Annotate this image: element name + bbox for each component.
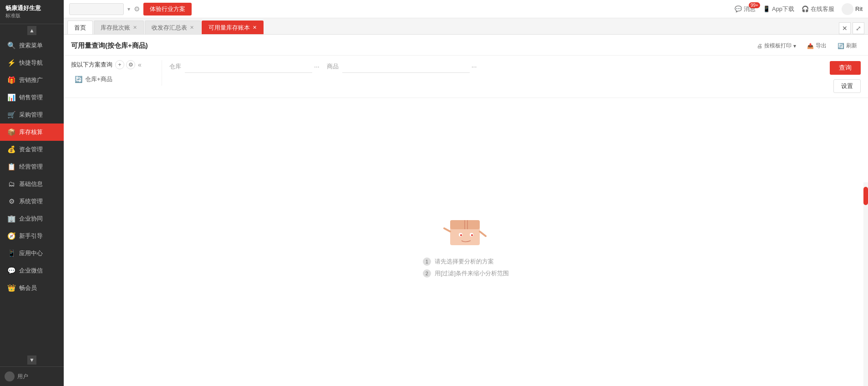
mobile-download-icon: 📱 [763, 5, 770, 12]
topbar: ▾ ⚙ 体验行业方案 💬 消息 99+ 📱 App下载 🎧 在线客服 Rit [64, 0, 868, 18]
sidebar-menu: 🔍 搜索菜单 ⚡ 快捷导航 🎁 营销推广 📊 销售管理 🛒 采购管理 📦 库存核… [0, 37, 64, 354]
scheme-gear-btn[interactable]: ⚙ [126, 60, 135, 69]
settings-icon: ⚙ [7, 197, 15, 206]
user-area[interactable]: Rit [842, 3, 863, 15]
empty-hint-2: 2 用[过滤]条件来缩小分析范围 [423, 269, 509, 278]
tab-available-ledger[interactable]: 可用量库存账本 ✕ [202, 21, 264, 34]
filter-field-goods: 商品 ··· [327, 60, 477, 73]
sidebar-label-sales: 销售管理 [19, 93, 43, 102]
topbar-gear-icon[interactable]: ⚙ [134, 5, 140, 13]
user-name: 用户 [17, 373, 28, 381]
scheme-item-warehouse-goods[interactable]: 🔄 仓库+商品 [71, 73, 156, 86]
set-btn[interactable]: 设置 [833, 79, 861, 93]
tab-home-label: 首页 [74, 24, 86, 32]
avatar [842, 3, 853, 15]
export-icon: 📤 [807, 43, 814, 49]
sidebar-item-purchase[interactable]: 🛒 采购管理 [0, 106, 64, 124]
right-scrollbar[interactable] [863, 182, 868, 386]
tabs-right-actions: ✕ ⤢ [839, 22, 868, 34]
empty-illustration [443, 206, 489, 252]
page-header: 可用量查询(按仓库+商品) 🖨 按模板打印 ▾ 📤 导出 🔄 刷新 [64, 35, 868, 56]
compass-icon: 🧭 [7, 232, 15, 240]
sidebar-scroll-up[interactable]: ▲ [27, 26, 36, 35]
warehouse-input-row: 仓库 ··· [169, 60, 320, 73]
filter-fields: 仓库 ··· 商品 ··· [162, 60, 830, 73]
empty-hints: 1 请先选择要分析的方案 2 用[过滤]条件来缩小分析范围 [423, 257, 509, 278]
filter-area: 按以下方案查询 + ⚙ « 🔄 仓库+商品 仓库 [64, 56, 868, 98]
online-service-btn[interactable]: 🎧 在线客服 [802, 5, 834, 13]
refresh-label: 刷新 [846, 42, 857, 50]
scheme-add-btn[interactable]: + [115, 60, 124, 69]
tab-stock-summary[interactable]: 收发存汇总表 ✕ [145, 21, 201, 34]
sidebar-item-basic-info[interactable]: 🗂 基础信息 [0, 175, 64, 193]
sidebar-item-sales[interactable]: 📊 销售管理 [0, 89, 64, 106]
folder-icon: 🗂 [7, 180, 15, 188]
scheme-item-label: 仓库+商品 [85, 75, 112, 83]
tab-stock-summary-label: 收发存汇总表 [152, 24, 187, 32]
topbar-chevron-icon[interactable]: ▾ [127, 6, 130, 12]
user-avatar-small [5, 371, 15, 381]
filter-buttons: 查询 设置 [830, 60, 861, 93]
industry-btn[interactable]: 体验行业方案 [143, 3, 192, 15]
print-btn[interactable]: 🖨 按模板打印 ▾ [753, 40, 800, 51]
tab-batch-account-close[interactable]: ✕ [133, 25, 137, 31]
refresh-btn[interactable]: 🔄 刷新 [834, 40, 861, 51]
scheme-collapse-btn[interactable]: « [138, 61, 142, 68]
sidebar-label-guide: 新手引导 [19, 232, 43, 240]
sidebar-item-wechat[interactable]: 💬 企业微信 [0, 262, 64, 279]
tab-stock-summary-close[interactable]: ✕ [190, 25, 194, 31]
warehouse-label: 仓库 [169, 62, 181, 71]
sidebar-item-member[interactable]: 👑 畅会员 [0, 279, 64, 297]
scheme-header: 按以下方案查询 + ⚙ « [71, 60, 156, 69]
warehouse-input[interactable] [185, 60, 312, 73]
sidebar-item-quick-nav[interactable]: ⚡ 快捷导航 [0, 54, 64, 72]
sidebar-item-marketing[interactable]: 🎁 营销推广 [0, 72, 64, 89]
goods-input-row: 商品 ··· [327, 60, 477, 73]
filter-field-warehouse: 仓库 ··· [169, 60, 320, 73]
message-btn[interactable]: 💬 消息 99+ [735, 5, 756, 13]
sidebar-item-search[interactable]: 🔍 搜索菜单 [0, 37, 64, 54]
warehouse-more-btn[interactable]: ··· [314, 63, 320, 70]
sidebar-item-enterprise[interactable]: 🏢 企业协同 [0, 210, 64, 227]
sidebar-header: 畅康通好生意 标准版 [0, 0, 64, 24]
sidebar-footer[interactable]: 用户 [0, 366, 64, 386]
scrollbar-thumb [863, 187, 868, 205]
print-icon: 🖨 [757, 43, 762, 49]
sidebar-item-system[interactable]: ⚙ 系统管理 [0, 193, 64, 210]
sidebar-label-system: 系统管理 [19, 197, 43, 206]
hint-num-2: 2 [423, 269, 431, 278]
tab-expand-btn[interactable]: ⤢ [853, 22, 864, 34]
query-btn[interactable]: 查询 [830, 61, 861, 75]
sidebar-item-app-center[interactable]: 📱 应用中心 [0, 245, 64, 262]
tab-home[interactable]: 首页 [67, 21, 93, 34]
goods-more-btn[interactable]: ··· [472, 63, 477, 70]
topbar-search-input[interactable] [69, 3, 124, 15]
sidebar: 畅康通好生意 标准版 ▲ 🔍 搜索菜单 ⚡ 快捷导航 🎁 营销推广 📊 销售管理… [0, 0, 64, 386]
svg-point-6 [460, 234, 462, 236]
headset-icon: 🎧 [802, 5, 809, 12]
sidebar-item-operation[interactable]: 📋 经营管理 [0, 158, 64, 175]
sidebar-label-inventory: 库存核算 [19, 128, 43, 136]
money-icon: 💰 [7, 145, 15, 154]
sidebar-item-guide[interactable]: 🧭 新手引导 [0, 227, 64, 245]
tabs-bar: 首页 库存批次账 ✕ 收发存汇总表 ✕ 可用量库存账本 ✕ ✕ ⤢ [64, 18, 868, 35]
lightning-icon: ⚡ [7, 59, 15, 67]
tab-available-ledger-label: 可用量库存账本 [208, 24, 250, 32]
export-btn[interactable]: 📤 导出 [803, 40, 830, 51]
app-download-label: App下载 [772, 5, 794, 13]
sidebar-label-search: 搜索菜单 [19, 41, 43, 50]
building-icon: 🏢 [7, 215, 15, 223]
app-download-btn[interactable]: 📱 App下载 [763, 5, 794, 13]
sidebar-item-inventory[interactable]: 📦 库存核算 [0, 124, 64, 141]
print-label: 按模板打印 [764, 42, 792, 50]
sidebar-item-finance[interactable]: 💰 资金管理 [0, 141, 64, 158]
tab-batch-account[interactable]: 库存批次账 ✕ [94, 21, 144, 34]
empty-hint-1: 1 请先选择要分析的方案 [423, 257, 509, 266]
tab-close-btn[interactable]: ✕ [839, 22, 851, 34]
tab-available-ledger-close[interactable]: ✕ [253, 25, 257, 31]
sidebar-label-member: 畅会员 [19, 284, 37, 292]
goods-label: 商品 [327, 62, 339, 71]
scheme-actions: + ⚙ [115, 60, 135, 69]
goods-input[interactable] [342, 60, 470, 73]
sidebar-scroll-down[interactable]: ▼ [27, 355, 36, 365]
